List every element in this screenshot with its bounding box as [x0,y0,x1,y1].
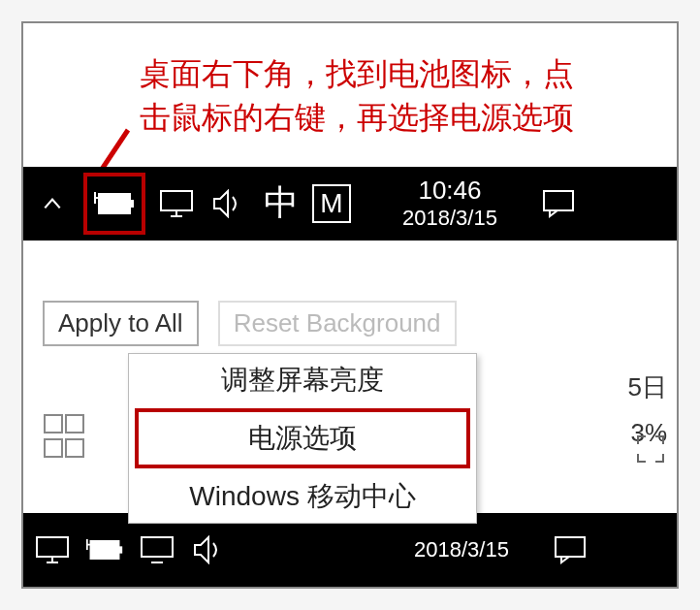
volume-icon[interactable] [207,175,250,233]
action-center-icon-2[interactable] [549,521,591,579]
clock-2[interactable]: 2018/3/15 [384,537,539,562]
battery-context-menu: 调整屏幕亮度 电源选项 Windows 移动中心 [128,353,477,524]
svg-rect-15 [556,537,585,557]
svg-rect-8 [37,537,68,557]
clock-time: 10:46 [372,176,527,206]
ime-mode-icon[interactable]: M [312,184,351,223]
menu-mobility-center[interactable]: Windows 移动中心 [129,470,476,523]
svg-rect-13 [142,537,173,557]
battery-icon-highlighted[interactable] [83,173,145,235]
svg-rect-11 [90,541,118,559]
display-icon[interactable] [155,175,198,233]
menu-brightness[interactable]: 调整屏幕亮度 [129,354,476,406]
action-center-icon[interactable] [537,175,580,233]
clock-date-2: 2018/3/15 [384,537,539,562]
svg-rect-4 [161,191,192,210]
network-icon[interactable] [136,521,178,579]
toolbar: Apply to All Reset Background [43,301,657,346]
menu-power-options[interactable]: 电源选项 [135,408,470,468]
svg-rect-3 [130,200,134,208]
svg-rect-12 [119,546,123,553]
volume-icon-2[interactable] [188,521,231,579]
system-tray-bottom: 2018/3/15 [23,513,677,587]
reset-background-button[interactable]: Reset Background [218,301,457,346]
display-icon-2[interactable] [31,521,74,579]
fullscreen-icon[interactable] [636,434,665,467]
system-tray: 中 M 10:46 2018/3/15 [23,167,677,241]
instruction-text: 桌面右下角，找到电池图标，点 击鼠标的右键，再选择电源选项 [23,23,677,149]
apply-all-button[interactable]: Apply to All [43,301,199,346]
side-day: 5日 [628,370,667,404]
grid-view-icon[interactable] [43,413,91,462]
ime-indicator[interactable]: 中 [260,179,302,227]
battery-icon-2[interactable] [83,521,126,579]
svg-rect-2 [99,194,130,213]
svg-rect-7 [544,191,573,210]
clock[interactable]: 10:46 2018/3/15 [372,176,527,232]
tray-overflow-icon[interactable] [31,175,74,233]
clock-date: 2018/3/15 [372,206,527,231]
